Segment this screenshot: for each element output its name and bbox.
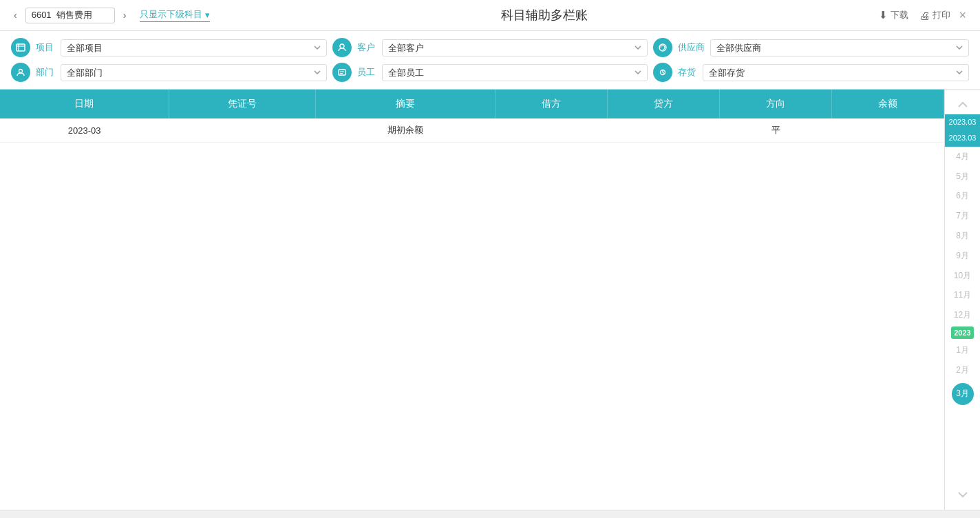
- filter-department-row: 部门 全部部门: [11, 63, 327, 82]
- cell-balance: [831, 118, 944, 143]
- sidebar-month-12[interactable]: 12月: [945, 305, 980, 325]
- show-sub-arrow-icon: ▾: [205, 10, 210, 20]
- data-table: 日期 凭证号 摘要 借方 贷方 方向 余额 2023-03 期初余额: [0, 90, 944, 143]
- filter-employee-row: 员工 全部员工: [332, 63, 648, 82]
- sidebar-period-2023-03-second[interactable]: 2023.03: [945, 130, 980, 146]
- inventory-icon: [653, 63, 672, 82]
- cell-voucher: [169, 118, 316, 143]
- sidebar-month-8[interactable]: 8月: [945, 226, 980, 246]
- col-voucher: 凭证号: [169, 90, 316, 118]
- sidebar-scroll-down-button[interactable]: [953, 485, 972, 504]
- sidebar-month-9[interactable]: 9月: [945, 246, 980, 266]
- svg-point-5: [19, 70, 23, 73]
- col-debit: 借方: [496, 90, 608, 118]
- sidebar-year-2023[interactable]: 2023: [951, 327, 973, 339]
- horizontal-scrollbar[interactable]: [0, 510, 980, 518]
- sidebar-month-11[interactable]: 11月: [945, 285, 980, 305]
- cell-credit: [608, 118, 720, 143]
- sidebar-month-4[interactable]: 4月: [945, 147, 980, 167]
- sidebar-month-7[interactable]: 7月: [945, 206, 980, 226]
- svg-point-3: [340, 44, 344, 48]
- nav-prev-button[interactable]: ‹: [11, 8, 20, 22]
- main-window: ‹ › 只显示下级科目 ▾ 科目辅助多栏账 ⬇ 下载 🖨 打印 ×: [0, 0, 980, 518]
- employee-icon: [332, 63, 352, 82]
- print-icon: 🖨: [919, 10, 930, 21]
- project-label: 项目: [36, 41, 55, 54]
- cell-summary: 期初余额: [316, 118, 496, 143]
- sidebar-month-2[interactable]: 2月: [945, 360, 980, 380]
- filter-inventory-row: 存货 全部存货: [653, 63, 969, 82]
- sidebar-month-6[interactable]: 6月: [945, 186, 980, 206]
- svg-rect-0: [17, 44, 25, 51]
- inventory-select[interactable]: 全部存货: [703, 64, 969, 81]
- employee-label: 员工: [357, 66, 376, 79]
- department-select[interactable]: 全部部门: [61, 64, 327, 81]
- sidebar-month-10[interactable]: 10月: [945, 266, 980, 286]
- sidebar-month-3-active[interactable]: 3月: [952, 383, 974, 405]
- customer-label: 客户: [357, 41, 376, 54]
- table-header-row: 日期 凭证号 摘要 借方 贷方 方向 余额: [0, 90, 944, 118]
- filter-project-row: 项目 全部项目: [11, 38, 327, 57]
- account-code-box: [25, 8, 115, 23]
- supplier-label: 供应商: [678, 41, 705, 54]
- table-row[interactable]: 2023-03 期初余额 平: [0, 118, 944, 143]
- download-icon: ⬇: [879, 9, 888, 21]
- table-wrapper[interactable]: 日期 凭证号 摘要 借方 贷方 方向 余额 2023-03 期初余额: [0, 90, 980, 510]
- cell-debit: [496, 118, 608, 143]
- project-icon: [11, 38, 30, 57]
- customer-select[interactable]: 全部客户: [382, 39, 648, 56]
- department-label: 部门: [36, 66, 55, 79]
- svg-rect-6: [339, 70, 345, 75]
- page-title: 科目辅助多栏账: [215, 7, 873, 23]
- employee-select[interactable]: 全部员工: [382, 64, 648, 81]
- col-balance: 余额: [831, 90, 944, 118]
- top-actions: ⬇ 下载 🖨 打印: [879, 9, 950, 21]
- sidebar-scroll-up-button[interactable]: [953, 95, 972, 114]
- filter-area: 项目 全部项目 客户 全部客户 供应商 全部供应商: [0, 31, 980, 90]
- account-code-input[interactable]: [25, 8, 115, 23]
- col-summary: 摘要: [316, 90, 496, 118]
- sidebar-month-1[interactable]: 1月: [945, 340, 980, 360]
- filter-supplier-row: 供应商 全部供应商: [653, 38, 969, 57]
- download-button[interactable]: ⬇ 下载: [879, 9, 908, 21]
- col-direction: 方向: [720, 90, 832, 118]
- supplier-icon: [653, 38, 672, 57]
- filter-customer-row: 客户 全部客户: [332, 38, 648, 57]
- supplier-select[interactable]: 全部供应商: [710, 39, 969, 56]
- department-icon: [11, 63, 30, 82]
- close-button[interactable]: ×: [956, 8, 969, 23]
- sidebar-period-2023-03-first[interactable]: 2023.03: [945, 114, 980, 130]
- cell-date: 2023-03: [0, 118, 169, 143]
- nav-next-button[interactable]: ›: [120, 8, 129, 22]
- top-bar: ‹ › 只显示下级科目 ▾ 科目辅助多栏账 ⬇ 下载 🖨 打印 ×: [0, 0, 980, 31]
- print-button[interactable]: 🖨 打印: [919, 9, 950, 21]
- sidebar-month-5[interactable]: 5月: [945, 167, 980, 187]
- customer-icon: [332, 38, 352, 57]
- col-credit: 贷方: [608, 90, 720, 118]
- right-sidebar: 2023.03 2023.03 4月 5月 6月 7月 8月 9月 10月 11…: [944, 90, 980, 510]
- col-date: 日期: [0, 90, 169, 118]
- cell-direction: 平: [720, 118, 832, 143]
- project-select[interactable]: 全部项目: [61, 39, 327, 56]
- inventory-label: 存货: [678, 66, 697, 79]
- show-sub-button[interactable]: 只显示下级科目 ▾: [140, 8, 210, 22]
